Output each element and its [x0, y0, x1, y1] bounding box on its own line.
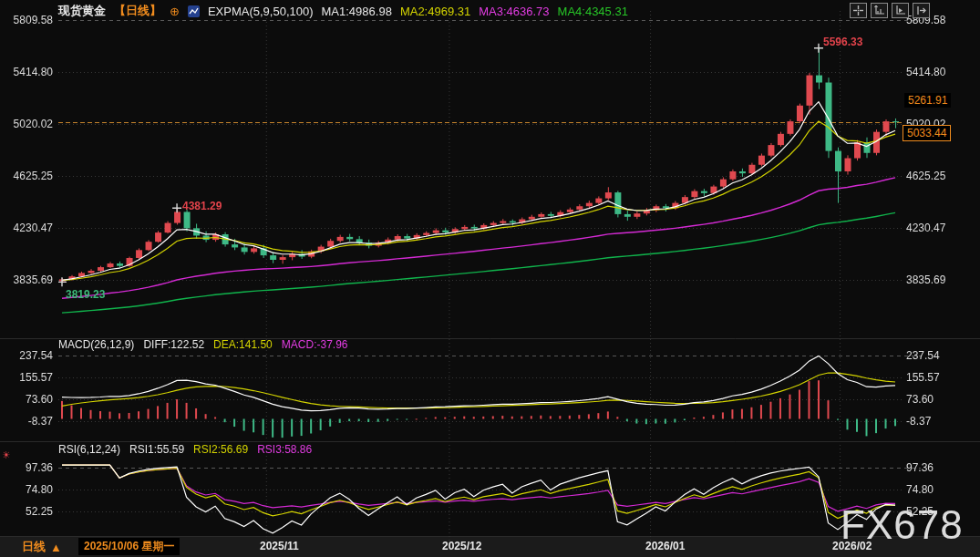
- macd-hist-value: MACD:-37.96: [282, 338, 348, 351]
- crosshair-move-icon[interactable]: [850, 3, 867, 18]
- circle-plus-icon[interactable]: ⊕: [170, 5, 180, 18]
- period-tag: 【日线】: [114, 3, 161, 19]
- candle-chart-icon[interactable]: [188, 5, 200, 17]
- current-price-badge: 5033.44: [903, 125, 951, 141]
- rsi-header-row: RSI(6,12,24) RSI1:55.59 RSI2:56.69 RSI3:…: [58, 443, 312, 456]
- symbol-title: 现货黄金: [58, 3, 106, 19]
- date-axis-tick: 2026/01: [645, 540, 685, 552]
- indicator-label: EXPMA(5,9,50,100): [208, 5, 314, 18]
- macd-axis-label: 73.60: [906, 393, 934, 406]
- rsi-axis-label: 74.80: [906, 483, 934, 496]
- chart-window: 现货黄金 【日线】 ⊕ EXPMA(5,9,50,100) MA1:4986.9…: [0, 0, 980, 557]
- rsi-axis-label: 97.36: [906, 461, 934, 474]
- marker-dot-icon: ☀: [2, 449, 11, 461]
- macd-axis-label: 237.54: [906, 349, 940, 362]
- pan-right-icon[interactable]: [913, 3, 930, 18]
- chart-toolbar: [850, 3, 930, 18]
- macd-axis-label: 155.57: [0, 371, 53, 384]
- price-axis-label: 5414.80: [906, 66, 945, 78]
- macd-axis-label: 155.57: [906, 371, 940, 384]
- price-axis-label: 4230.47: [906, 222, 945, 234]
- macd-axis-label: 73.60: [0, 393, 53, 406]
- caret-up-icon: ▲: [50, 541, 62, 554]
- axis-play-icon[interactable]: [892, 3, 909, 18]
- macd-axis-label: -8.37: [906, 415, 931, 428]
- ma1-value: MA1:4986.98: [322, 5, 392, 18]
- oct-high-label: 4381.29: [182, 200, 222, 212]
- macd-diff-value: DIFF:122.52: [143, 338, 204, 351]
- rsi1-value: RSI1:55.59: [129, 443, 184, 456]
- macd-dea-value: DEA:141.50: [213, 338, 273, 351]
- start-low-label: 3819.23: [66, 288, 105, 301]
- rsi-axis-label: 52.25: [0, 505, 53, 518]
- period-high-label: 5596.33: [823, 36, 862, 48]
- date-axis-tick: 2025/11: [260, 540, 299, 552]
- ma2-value: MA2:4969.31: [400, 5, 470, 18]
- watermark: FX678: [841, 502, 964, 548]
- macd-header-row: MACD(26,12,9) DIFF:122.52 DEA:141.50 MAC…: [58, 338, 348, 351]
- rsi-axis-label: 74.80: [0, 483, 53, 496]
- price-axis-label: 3835.69: [906, 273, 945, 286]
- price-axis-label: 5020.02: [0, 118, 53, 130]
- price-axis-label: 5414.80: [0, 66, 53, 78]
- macd-axis-label: 237.54: [0, 349, 53, 362]
- upper-price-badge: 5261.91: [904, 93, 951, 108]
- price-axis-label: 4230.47: [0, 222, 53, 234]
- period-selector[interactable]: 日线 ▲: [22, 539, 62, 555]
- macd-axis-label: -8.37: [0, 415, 53, 428]
- rsi3-value: RSI3:58.86: [257, 443, 312, 456]
- price-axis-label: 4625.25: [0, 170, 53, 182]
- rsi-axis-label: 97.36: [0, 461, 53, 474]
- price-axis-label: 3835.69: [0, 273, 53, 286]
- chart-header: 现货黄金 【日线】 ⊕ EXPMA(5,9,50,100) MA1:4986.9…: [58, 3, 628, 19]
- rsi-title: RSI(6,12,24): [58, 443, 120, 456]
- chart-canvas[interactable]: [0, 0, 980, 557]
- price-axis-label: 4625.25: [906, 170, 945, 182]
- axis-scale-icon[interactable]: [871, 3, 888, 18]
- ma4-value: MA4:4345.31: [558, 5, 628, 18]
- period-selector-label: 日线: [22, 539, 46, 555]
- ma3-value: MA3:4636.73: [479, 5, 549, 18]
- selected-date-tag[interactable]: 2025/10/06 星期一: [78, 538, 180, 555]
- rsi2-value: RSI2:56.69: [193, 443, 248, 456]
- macd-title: MACD(26,12,9): [58, 338, 134, 351]
- date-axis-tick: 2025/12: [442, 540, 481, 552]
- price-axis-label: 5809.58: [0, 14, 53, 26]
